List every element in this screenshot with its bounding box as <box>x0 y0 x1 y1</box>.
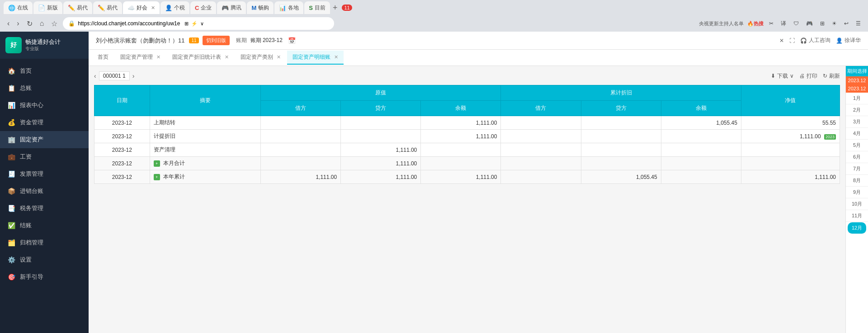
period-month-6[interactable]: 6月 <box>846 151 868 163</box>
tab-close-icon[interactable]: ✕ <box>151 5 155 11</box>
cell-date: 2023-12 <box>94 157 150 170</box>
sidebar-item-settings[interactable]: ⚙️ 设置 <box>0 251 89 268</box>
home-button[interactable]: ⌂ <box>38 19 46 28</box>
period-selected-year[interactable]: 2023.12 <box>846 76 868 84</box>
tab-close-icon[interactable]: ✕ <box>156 54 160 60</box>
browser-tab-geshui[interactable]: 👤 个税 <box>160 1 189 14</box>
prev-page-button[interactable]: ‹ <box>94 72 96 80</box>
period-selected-display[interactable]: 2023.12 <box>846 84 868 93</box>
cell-original-credit: 1,111.00 <box>341 157 421 170</box>
page-tab-fixed-assets-mgmt[interactable]: 固定资产管理 ✕ <box>115 51 166 65</box>
user-profile-button[interactable]: 👤 徐译华 <box>836 37 861 44</box>
sidebar-item-fixed-assets[interactable]: 🏢 固定资产 <box>0 131 89 148</box>
cell-date: 2023-12 <box>94 130 150 143</box>
page-tab-asset-category[interactable]: 固定资产类别 ✕ <box>235 51 286 65</box>
period-month-11[interactable]: 11月 <box>846 210 868 222</box>
logo-icon: 好 <box>5 37 22 53</box>
sidebar-item-funds[interactable]: 💰 资金管理 <box>0 114 89 131</box>
browser-tab-haohui[interactable]: ☁️ 好会 ✕ <box>123 1 160 14</box>
page-tab-depreciation-stats[interactable]: 固定资产折旧统计表 ✕ <box>167 51 234 65</box>
cell-date: 2023-12 <box>94 170 150 184</box>
browser-tab-chang[interactable]: M 畅购 <box>247 1 274 14</box>
scissors-button[interactable]: ✂ <box>767 19 775 28</box>
grid-button[interactable]: ⊞ <box>818 19 826 28</box>
menu-button[interactable]: ☰ <box>854 19 863 28</box>
table-row: 2023-12 计提折旧 1,111.00 1,111.00 <box>94 130 840 143</box>
sidebar-item-archive[interactable]: 🗂️ 归档管理 <box>0 234 89 251</box>
period-month-2[interactable]: 2月 <box>846 104 868 116</box>
period-month-7[interactable]: 7月 <box>846 163 868 175</box>
table-row-summary: 2023-12 + 本月合计 1,111.00 <box>94 157 840 170</box>
reports-icon: 📊 <box>7 101 15 109</box>
refresh-button[interactable]: ↻ 刷新 <box>823 72 840 80</box>
forward-button[interactable]: › <box>15 19 21 28</box>
data-table: 日期 摘要 原值 累计折旧 净值 <box>94 85 840 184</box>
period-month-8[interactable]: 8月 <box>846 175 868 187</box>
period-month-3[interactable]: 3月 <box>846 116 868 128</box>
new-tab-button[interactable]: + <box>331 3 340 13</box>
period-month-10[interactable]: 10月 <box>846 198 868 210</box>
tab-close-icon[interactable]: ✕ <box>225 54 229 60</box>
cell-accum-credit: 1,055.45 <box>581 170 661 184</box>
url-text: https://cloud.chanjet.com/accounting/uw1… <box>78 20 180 27</box>
funds-icon: 💰 <box>7 118 15 127</box>
maximize-window-button[interactable]: ⛶ <box>789 38 795 44</box>
sidebar-item-payroll[interactable]: 💼 工资 <box>0 148 89 165</box>
browser-tab-yidai2[interactable]: ✏️ 易代 <box>93 1 122 14</box>
account-number-badge: 11 <box>189 38 198 43</box>
browser-tab-muqian[interactable]: S 目前 <box>304 1 330 14</box>
period-month-5[interactable]: 5月 <box>846 140 868 151</box>
period-month-9[interactable]: 9月 <box>846 187 868 198</box>
tab-close-icon[interactable]: ✕ <box>334 54 338 60</box>
cell-accum-credit <box>581 143 661 157</box>
customer-service-button[interactable]: 🎧 人工咨询 <box>800 37 830 44</box>
sidebar-item-guide[interactable]: 🎯 新手引导 <box>0 268 89 286</box>
tab-label: 企业 <box>201 4 212 12</box>
content-main: ‹ 000001 1 › ⬇ 下载 ∨ <box>89 66 845 333</box>
browser-tab-qiye[interactable]: C 企业 <box>190 1 216 14</box>
sidebar-item-close-accounts[interactable]: ✅ 结账 <box>0 217 89 234</box>
undo-button[interactable]: ↩ <box>842 19 850 28</box>
url-input-box[interactable]: 🔒 https://cloud.chanjet.com/accounting/u… <box>63 17 334 30</box>
sidebar-item-ledger[interactable]: 📋 总账 <box>0 80 89 97</box>
sidebar-item-invoice[interactable]: 🧾 发票管理 <box>0 165 89 183</box>
tab-close-icon[interactable]: ✕ <box>277 54 281 60</box>
shield-button[interactable]: 🛡 <box>792 19 801 28</box>
tab-label: 畅购 <box>258 4 269 12</box>
page-tab-asset-detail[interactable]: 固定资产明细账 ✕ <box>287 51 344 65</box>
download-button[interactable]: ⬇ 下载 ∨ <box>771 72 794 80</box>
period-month-12[interactable]: 12月 <box>848 222 866 234</box>
cell-accum-balance <box>661 143 741 157</box>
period-value: 账期 2023-12 <box>250 37 283 44</box>
period-month-4[interactable]: 4月 <box>846 128 868 140</box>
sidebar-item-reports[interactable]: 📊 报表中心 <box>0 97 89 114</box>
period-month-1[interactable]: 1月 <box>846 93 868 104</box>
sidebar-item-label: 资金管理 <box>20 118 43 127</box>
game-button[interactable]: 🎮 <box>804 19 815 28</box>
reload-button[interactable]: ↻ <box>25 19 34 28</box>
page-tab-home[interactable]: 首页 <box>92 51 114 65</box>
sidebar-item-home[interactable]: 🏠 首页 <box>0 62 89 80</box>
col-summary: 摘要 <box>150 85 260 116</box>
sidebar-item-label: 工资 <box>20 153 32 161</box>
cell-original-debit <box>260 157 340 170</box>
brightness-button[interactable]: ☀ <box>830 19 839 28</box>
browser-tab-yidai1[interactable]: ✏️ 易代 <box>63 1 92 14</box>
browser-tab-online[interactable]: 🌐 在线 <box>4 1 33 14</box>
print-button[interactable]: 🖨 打印 <box>799 72 817 80</box>
sidebar-item-tax[interactable]: 📑 税务管理 <box>0 200 89 217</box>
bookmark-button[interactable]: ☆ <box>49 19 59 28</box>
sidebar-item-purchase-sales[interactable]: 📦 进销台账 <box>0 183 89 200</box>
sidebar-item-label: 税务管理 <box>20 204 43 212</box>
app-header: 刘小艳演示账套（勿删勿动！）11 11 切到旧版 账期 账期 2023-12 📅… <box>89 32 868 50</box>
payroll-icon: 💼 <box>7 153 15 161</box>
browser-tab-gedi[interactable]: 📊 各地 <box>274 1 303 14</box>
close-window-button[interactable]: ✕ <box>779 38 784 44</box>
tab-label: 各地 <box>288 4 299 12</box>
next-page-button[interactable]: › <box>132 72 135 80</box>
browser-tab-tencent[interactable]: 🎮 腾讯 <box>217 1 246 14</box>
switch-version-button[interactable]: 切到旧版 <box>203 36 230 45</box>
translate-button[interactable]: 译 <box>779 19 788 28</box>
back-button[interactable]: ‹ <box>5 19 11 28</box>
browser-tab-new[interactable]: 📄 新版 <box>33 1 62 14</box>
